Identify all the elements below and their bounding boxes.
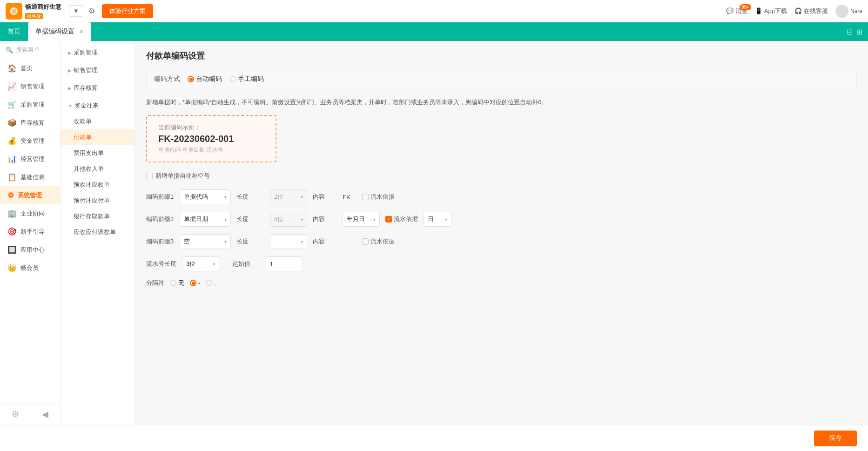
- serial-num-dropdown-icon: ▾: [213, 262, 215, 267]
- sep-dash-radio[interactable]: [190, 280, 196, 286]
- content1-label: 内容: [313, 193, 341, 201]
- sidebar-item-fund[interactable]: 💰 资金管理: [0, 132, 60, 150]
- sidebar-item-system[interactable]: ⚙ 系统管理: [0, 186, 60, 204]
- serial-num-select[interactable]: 3位 ▾: [182, 256, 219, 271]
- settings-icon[interactable]: ⚙: [85, 5, 98, 18]
- sidebar-item-guide[interactable]: 🎯 新手引导: [0, 222, 60, 241]
- subnav-item-receivable-adj[interactable]: 应收应付调整单: [61, 224, 135, 240]
- enterprise-icon: 🏢: [7, 209, 17, 218]
- tab-home[interactable]: 首页: [0, 22, 28, 41]
- sidebar-item-basic[interactable]: 📋 基础信息: [0, 168, 60, 186]
- subnav-group-funds-title[interactable]: ▼ 资金往来: [61, 98, 135, 114]
- auto-fill-label: 新增单据自动补空号: [155, 172, 210, 180]
- prefix3-select[interactable]: 空 ▾: [180, 234, 231, 249]
- sep-dot-option[interactable]: .: [206, 280, 216, 287]
- manual-encode-option[interactable]: 手工编码: [229, 75, 264, 83]
- inventory-icon: 📦: [7, 118, 17, 127]
- prefix3-label: 编码前缀3: [146, 237, 174, 246]
- subnav-group-purchase: ▶ 采购管理: [61, 45, 135, 61]
- sidebar-search[interactable]: 🔍 搜索菜单: [0, 41, 60, 59]
- sidebar-item-sales[interactable]: 📈 销售管理: [0, 77, 60, 95]
- sidebar-item-apps[interactable]: 🔲 应用中心: [0, 241, 60, 259]
- subnav-group-sales-title[interactable]: ▶ 销售管理: [61, 62, 135, 78]
- sidebar-item-purchase[interactable]: 🛒 采购管理: [0, 95, 60, 114]
- serial1-checkbox[interactable]: [362, 194, 369, 200]
- subnav-item-advance-payable[interactable]: 预付冲应付单: [61, 193, 135, 209]
- auto-fill-checkbox[interactable]: [146, 173, 153, 179]
- length3-select[interactable]: ▾: [270, 234, 307, 249]
- prefix3-dropdown-icon: ▾: [224, 239, 227, 244]
- sep-dash-option[interactable]: -: [190, 280, 200, 287]
- subnav-item-expense[interactable]: 费用支出单: [61, 145, 135, 161]
- code-preview-desc: 单据代码-单据日期-流水号: [158, 146, 264, 154]
- sidebar-item-operations[interactable]: 📊 经营管理: [0, 150, 60, 168]
- subnav-item-payment[interactable]: 付款单: [61, 129, 135, 145]
- serial2-unit-dropdown-icon: ▾: [445, 217, 447, 222]
- service-icon: 🎧: [794, 7, 802, 14]
- auto-encode-radio[interactable]: [188, 76, 194, 82]
- encode-mode-row: 编码方式 自动编码 手工编码: [146, 69, 857, 89]
- svg-text:畅: 畅: [12, 8, 17, 14]
- message-badge: 99+: [740, 4, 751, 10]
- username: Nare: [850, 8, 862, 14]
- content3-group: 内容: [313, 237, 357, 246]
- code-preview-box: 当前编码示例： FK-20230602-001 单据代码-单据日期-流水号: [146, 115, 276, 162]
- auto-encode-option[interactable]: 自动编码: [188, 75, 222, 83]
- subnav-item-other-income[interactable]: 其他收入单: [61, 161, 135, 177]
- serial3-checkbox[interactable]: [362, 238, 369, 245]
- tab-close-icon[interactable]: ✕: [79, 28, 84, 35]
- length2-select[interactable]: 8位 ▾: [270, 212, 307, 227]
- trial-btn[interactable]: 体验行业方案: [102, 4, 153, 18]
- subnav-item-receipt[interactable]: 收款单: [61, 114, 135, 129]
- maximize-icon[interactable]: ⊞: [856, 27, 862, 36]
- start-value-label: 起始值: [232, 260, 260, 268]
- settings-bottom-icon[interactable]: ⚙: [8, 407, 23, 421]
- message-action[interactable]: 💬 消息 99+: [726, 7, 747, 15]
- content2-select[interactable]: 年月日 ▾: [343, 212, 380, 227]
- subnav-group-inventory-title[interactable]: ▶ 库存核算: [61, 80, 135, 96]
- length1-select[interactable]: 2位 ▾: [270, 189, 307, 204]
- logo-text: 畅通商好生意 插件版: [25, 3, 61, 20]
- sep-dot-radio[interactable]: [206, 280, 212, 286]
- prefix2-select[interactable]: 单据日期 ▾: [180, 212, 231, 227]
- content2-dropdown-icon: ▾: [373, 217, 376, 222]
- topbar-nav: ▼ ⚙: [69, 5, 98, 18]
- sidebar-item-enterprise[interactable]: 🏢 企业协同: [0, 204, 60, 222]
- nav-dropdown[interactable]: ▼: [69, 5, 83, 17]
- sidebar-bottom: ⚙ ◀: [0, 403, 60, 425]
- subnav-group-purchase-title[interactable]: ▶ 采购管理: [61, 45, 135, 61]
- serial2-unit-select[interactable]: 日 ▾: [424, 212, 451, 227]
- serial1-label: 流水依据: [370, 193, 395, 201]
- sidebar-item-inventory[interactable]: 📦 库存核算: [0, 114, 60, 132]
- sidebar: 🔍 搜索菜单 🏠 首页 📈 销售管理 🛒 采购管理 📦 库存核算 💰 资金管理 …: [0, 41, 61, 425]
- separator-row: 分隔符 无 - .: [146, 279, 857, 287]
- message-icon: 💬: [726, 7, 733, 14]
- subnav-item-bank-deposit[interactable]: 银行存取款单: [61, 209, 135, 224]
- serial2-checkbox[interactable]: [385, 216, 392, 222]
- operations-icon: 📊: [7, 155, 17, 163]
- encode-mode-label: 编码方式: [154, 75, 180, 83]
- tabbar: 首页 单据编码设置 ✕ ⊟ ⊞: [0, 22, 868, 41]
- tab-encoding[interactable]: 单据编码设置 ✕: [28, 22, 91, 41]
- content2-label: 内容: [313, 215, 341, 223]
- manual-encode-radio[interactable]: [229, 76, 236, 82]
- sep-none-option[interactable]: 无: [170, 279, 184, 287]
- prefix1-select[interactable]: 单据代码 ▾: [180, 189, 231, 204]
- sep-dash-value: -: [198, 280, 200, 287]
- sidebar-item-home[interactable]: 🏠 首页: [0, 59, 60, 77]
- user-info[interactable]: Nare: [835, 5, 862, 18]
- collapse-icon[interactable]: ◀: [38, 407, 52, 421]
- sidebar-item-member[interactable]: 👑 畅会员: [0, 259, 60, 277]
- prefix1-row: 编码前缀1 单据代码 ▾ 长度 2位 ▾ 内容 FK 流水依据: [146, 189, 857, 204]
- subnav-item-advance-receivable[interactable]: 预收冲应收单: [61, 177, 135, 193]
- sep-none-radio[interactable]: [170, 280, 176, 286]
- minimize-icon[interactable]: ⊟: [847, 27, 853, 36]
- guide-icon: 🎯: [7, 227, 17, 236]
- info-text: 新增单据时，*单据编码*自动生成，不可编辑。前缀设置为部门、业务员等档案类，开单…: [146, 97, 857, 108]
- start-value-input[interactable]: [266, 256, 303, 271]
- save-button[interactable]: 保存: [814, 431, 857, 446]
- content2-group: 内容 年月日 ▾: [313, 212, 380, 227]
- app-download-action[interactable]: 📱 App下载: [755, 7, 787, 15]
- online-service-action[interactable]: 🎧 在线客服: [794, 7, 828, 15]
- prefix3-row: 编码前缀3 空 ▾ 长度 ▾ 内容 流水依据: [146, 234, 857, 249]
